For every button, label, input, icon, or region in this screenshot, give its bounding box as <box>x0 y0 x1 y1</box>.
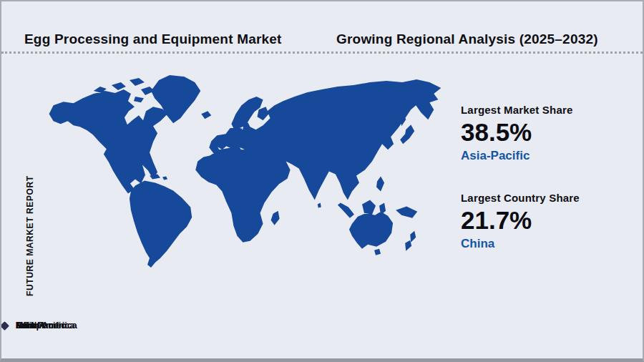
world-map-landmass <box>49 75 441 268</box>
stat-label: Largest Country Share <box>461 192 640 204</box>
dotted-divider <box>1 52 643 54</box>
key-stats-panel: Largest Market Share 38.5% Asia-Pacific … <box>461 104 640 251</box>
stat-label: Largest Market Share <box>461 104 640 116</box>
stat-largest-market-share: Largest Market Share 38.5% Asia-Pacific <box>461 104 640 163</box>
brand-vertical-label: FUTURE MARKET REPORT <box>25 166 35 296</box>
diamond-marker-icon <box>0 321 9 331</box>
stat-region: China <box>461 237 640 251</box>
legend-item-north-america: North America <box>1 321 77 331</box>
legend-label: North America <box>16 321 77 331</box>
world-map <box>43 69 464 292</box>
page-title-left: Egg Processing and Equipment Market <box>24 31 282 47</box>
stat-value: 38.5% <box>461 119 640 146</box>
stat-value: 21.7% <box>461 207 640 234</box>
stat-region: Asia-Pacific <box>461 149 640 163</box>
infographic-canvas: Egg Processing and Equipment Market Grow… <box>0 0 644 362</box>
page-title-right: Growing Regional Analysis (2025–2032) <box>336 31 598 47</box>
stat-largest-country-share: Largest Country Share 21.7% China <box>461 192 640 251</box>
